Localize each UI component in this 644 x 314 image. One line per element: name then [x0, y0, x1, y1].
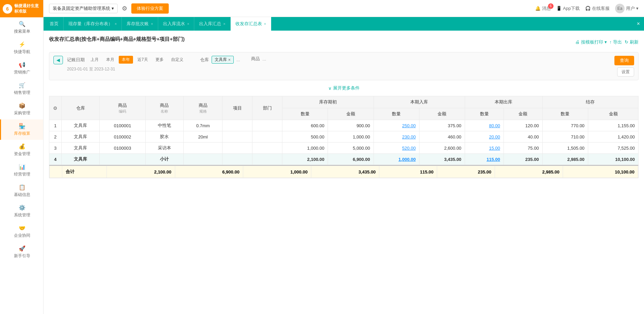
app-download-btn[interactable]: 📱 App下载	[556, 5, 580, 12]
tab-close-icon[interactable]: ×	[264, 22, 266, 26]
in-qty-cell[interactable]: 230.00	[374, 131, 419, 143]
tab-inout-summary[interactable]: 出入库汇总×	[194, 17, 230, 31]
sidebar-item-label: 搜索菜单	[14, 29, 30, 34]
user-menu[interactable]: Ea 用户 ▾	[615, 4, 639, 13]
row-name: 小计	[145, 154, 183, 165]
operations-icon: 📊	[19, 164, 26, 170]
refresh-btn[interactable]: ↻ 刷新	[625, 39, 639, 45]
row-open-qty: 2,100.00	[282, 154, 328, 165]
row-code: 0100001	[100, 120, 145, 131]
row-no: 3	[49, 143, 62, 154]
filter-settings-btn[interactable]: 设置	[617, 67, 634, 77]
row-out-amt: 40.00	[503, 131, 542, 143]
sidebar-item-search[interactable]: 🔍搜索菜单	[0, 17, 43, 38]
tab-inout-flow[interactable]: 出入库流水×	[158, 17, 194, 31]
sidebar-item-label: 快捷导航	[14, 49, 30, 55]
warehouse-more-btn[interactable]: ...	[236, 57, 240, 62]
tab-receive-summary[interactable]: 收发存汇总表×	[231, 17, 271, 31]
in-qty-cell[interactable]: 250.00	[374, 120, 419, 131]
sidebar-item-label: 基础信息	[14, 192, 30, 198]
online-support-btn[interactable]: 🎧 在线客服	[585, 5, 610, 12]
tab-close-icon[interactable]: ×	[187, 22, 189, 26]
footer-in-amt: 3,435.00	[311, 166, 379, 178]
sidebar-item-label: 新手引导	[14, 253, 30, 259]
tab-close-icon[interactable]: ×	[115, 22, 117, 26]
notification-btn[interactable]: 🔔 消息 6	[535, 5, 551, 12]
sidebar-item-system[interactable]: ⚙️系统管理	[0, 201, 43, 221]
sidebar-item-enterprise[interactable]: 🤝企业协同	[0, 221, 43, 242]
tab-batch[interactable]: 库存批次账×	[122, 17, 158, 31]
row-in-amt: 460.00	[419, 131, 465, 143]
date-btn-本月[interactable]: 本月	[103, 56, 117, 64]
query-btn[interactable]: 查询	[614, 56, 634, 65]
goods-label: 商品	[251, 56, 260, 62]
goods-more-btn[interactable]: ...	[263, 56, 266, 62]
logo-text: 畅捷通好生意 标准版	[14, 3, 39, 14]
row-in-amt: 2,600.00	[419, 143, 465, 154]
date-btn-更多[interactable]: 更多	[152, 56, 167, 64]
sidebar-item-sales[interactable]: 🛒销售管理	[0, 79, 43, 99]
chevron-down-icon: ∨	[328, 86, 332, 91]
settings-icon[interactable]: ⚙	[122, 5, 127, 12]
th-code: 商品编码	[100, 96, 145, 120]
export-btn[interactable]: ↑ 导出	[610, 39, 622, 45]
sidebar-item-basic-info[interactable]: 📋基础信息	[0, 181, 43, 201]
date-btn-近7天[interactable]: 近7天	[134, 56, 151, 64]
sidebar-item-purchase[interactable]: 📦采购管理	[0, 99, 43, 119]
row-dept	[252, 131, 282, 143]
tab-close-icon[interactable]: ×	[151, 22, 153, 26]
tab-label: 出入库汇总	[199, 21, 221, 27]
in-qty-cell[interactable]: 1,000.00	[374, 154, 419, 165]
tab-home[interactable]: 首页	[45, 17, 64, 31]
row-open-qty: 600.00	[282, 120, 328, 131]
sidebar-item-operations[interactable]: 📊经营管理	[0, 160, 43, 181]
row-code: 0100003	[100, 143, 145, 154]
row-no: 2	[49, 131, 62, 143]
out-qty-cell[interactable]: 80.00	[465, 120, 504, 131]
row-name: 胶水	[145, 131, 183, 143]
row-code	[100, 154, 145, 165]
footer-open-amt: 6,900.00	[175, 166, 243, 178]
chevron-down-icon: ▾	[112, 6, 114, 11]
expand-more-btn[interactable]: ∨ 展开更多条件	[49, 83, 639, 93]
filter-toggle-btn[interactable]: ◀	[53, 56, 63, 64]
sidebar-nav: 🔍搜索菜单⚡快捷导航📢营销推广🛒销售管理📦采购管理🏪库存核算💰资金管理📊经营管理…	[0, 17, 43, 314]
data-table: ⚙ 仓库 商品编码 商品名称 商品规格 项目 部门 库存期初 本期入库 本期出库…	[49, 96, 639, 165]
th-project: 项目	[222, 96, 252, 120]
out-qty-cell[interactable]: 15.00	[465, 143, 504, 154]
table-settings-header[interactable]: ⚙	[49, 96, 62, 120]
sidebar-item-marketing[interactable]: 📢营销推广	[0, 58, 43, 79]
out-qty-cell[interactable]: 115.00	[465, 154, 504, 165]
sidebar-item-quick-nav[interactable]: ⚡快捷导航	[0, 38, 43, 58]
table-row: 1 文具库 0100001 中性笔 0.7mm 600.00 900.00 25…	[49, 120, 639, 131]
print-btn[interactable]: 🖨 按模板打印 ▾	[575, 39, 607, 45]
system-icon: ⚙️	[19, 204, 26, 211]
row-no: 1	[49, 120, 62, 131]
footer-open-qty: 2,100.00	[107, 166, 175, 178]
sidebar-item-finance[interactable]: 💰资金管理	[0, 140, 43, 160]
in-qty-cell[interactable]: 520.00	[374, 143, 419, 154]
sidebar-item-inventory[interactable]: 🏪库存核算	[0, 119, 43, 140]
main-area: 装备及固定资产辅助管理系统 ▾ ⚙ 体验行业方案 🔔 消息 6 📱 App下载 …	[44, 0, 644, 314]
sidebar-item-label: 资金管理	[14, 151, 30, 157]
trial-btn[interactable]: 体验行业方案	[131, 3, 169, 14]
tab-close-icon[interactable]: ×	[223, 22, 225, 26]
tab-inventory-dist[interactable]: 现存量（库存分布表）×	[64, 17, 122, 31]
out-qty-cell[interactable]: 20.00	[465, 131, 504, 143]
sidebar-item-guide[interactable]: 🚀新手引导	[0, 242, 43, 262]
row-bal-qty: 770.00	[542, 120, 588, 131]
tabbar-close-all-btn[interactable]: ×	[634, 21, 643, 27]
row-spec	[184, 143, 222, 154]
gear-icon[interactable]: ⚙	[53, 105, 57, 111]
date-btn-上月[interactable]: 上月	[87, 56, 102, 64]
date-btn-自定义[interactable]: 自定义	[168, 56, 186, 64]
warehouse-tag-close[interactable]: ×	[228, 57, 231, 62]
row-bal-amt: 10,100.00	[588, 154, 639, 165]
tab-label: 库存批次账	[127, 21, 149, 27]
row-bal-qty: 710.00	[542, 131, 588, 143]
date-btn-本年[interactable]: 本年	[119, 56, 133, 64]
th-spec: 商品规格	[184, 96, 222, 120]
row-spec	[184, 154, 222, 165]
date-label: 记账日期	[67, 57, 85, 63]
system-selector[interactable]: 装备及固定资产辅助管理系统 ▾	[49, 4, 118, 13]
